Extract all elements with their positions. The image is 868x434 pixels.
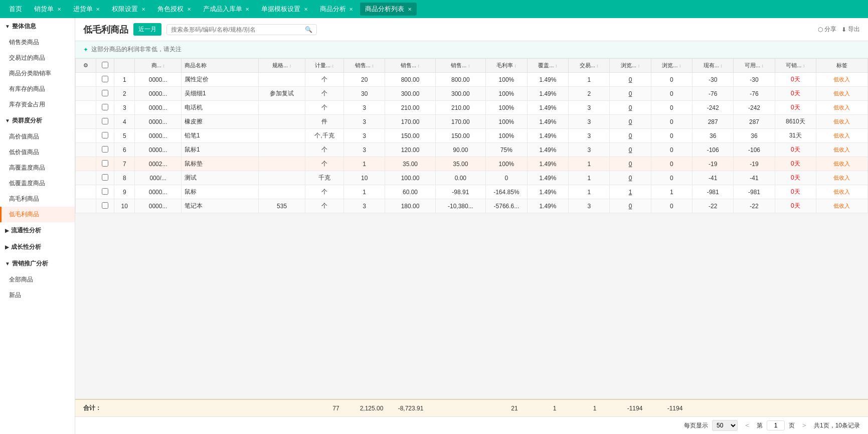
cell-view1-8[interactable]: 1 — [610, 185, 651, 199]
th-sale-price[interactable]: 销售... — [385, 59, 435, 73]
nav-product-in[interactable]: 产成品入库单 ✕ — [198, 3, 255, 16]
cell-check-6[interactable] — [96, 157, 114, 171]
sidebar-item-category-rate[interactable]: 商品分类助销率 — [0, 66, 75, 81]
page-input[interactable] — [767, 420, 785, 430]
cell-view1-7[interactable]: 0 — [610, 171, 651, 185]
row-checkbox-0[interactable] — [102, 76, 108, 82]
row-checkbox-2[interactable] — [102, 104, 108, 110]
period-button[interactable]: 近一月 — [133, 23, 161, 36]
row-checkbox-7[interactable] — [102, 174, 108, 181]
th-coverage[interactable]: 覆盖... — [527, 59, 568, 73]
cell-check-1[interactable] — [96, 87, 114, 101]
next-page-btn[interactable]: ＞ — [799, 420, 810, 431]
nav-close-purchase[interactable]: ✕ — [96, 7, 100, 12]
share-button[interactable]: ⬡ 分享 — [818, 25, 836, 34]
th-name[interactable]: 商品名称 — [181, 59, 258, 73]
per-page-select[interactable]: 50 100 200 — [712, 420, 738, 431]
nav-close-product-analysis[interactable]: ✕ — [349, 7, 353, 12]
cell-gross-6: 100% — [485, 157, 527, 171]
cell-check-4[interactable] — [96, 129, 114, 143]
prev-page-btn[interactable]: ＜ — [742, 420, 753, 431]
sidebar-item-low-value[interactable]: 低价值商品 — [0, 144, 75, 160]
sidebar-item-traded-goods[interactable]: 交易过的商品 — [0, 50, 75, 66]
nav-sales[interactable]: 销货单 ✕ — [29, 3, 66, 16]
sidebar-item-low-profit[interactable]: 低毛利商品 — [0, 207, 75, 222]
th-check[interactable] — [96, 59, 114, 73]
nav-home[interactable]: 首页 — [4, 3, 27, 16]
per-page-label: 每页显示 — [684, 421, 708, 430]
sidebar-item-sales-goods[interactable]: 销售类商品 — [0, 35, 75, 50]
table-container[interactable]: ⚙ 商... 商品名称 规格... 计量... 销售... 销售... 销售..… — [75, 58, 868, 399]
sidebar-item-all-goods[interactable]: 全部商品 — [0, 272, 75, 287]
cell-view1-0[interactable]: 0 — [610, 73, 651, 87]
sidebar-item-stock-goods[interactable]: 有库存的商品 — [0, 81, 75, 97]
th-view1[interactable]: 浏览... — [610, 59, 651, 73]
cell-view1-2[interactable]: 0 — [610, 101, 651, 115]
nav-product-analysis[interactable]: 商品分析 ✕ — [315, 3, 359, 16]
cell-check-8[interactable] — [96, 185, 114, 199]
th-settings[interactable]: ⚙ — [76, 59, 96, 73]
cell-coverage-9: 1.49% — [527, 199, 568, 213]
cell-view1-4[interactable]: 0 — [610, 129, 651, 143]
th-available[interactable]: 可用... — [734, 59, 775, 73]
th-sale-amount[interactable]: 销售... — [435, 59, 485, 73]
row-checkbox-8[interactable] — [102, 188, 108, 195]
sidebar-group-overall[interactable]: ▼ 整体信息 — [0, 18, 75, 35]
sidebar-item-low-coverage[interactable]: 低覆盖度商品 — [0, 176, 75, 191]
th-trade[interactable]: 交易... — [569, 59, 610, 73]
nav-close-product-in[interactable]: ✕ — [245, 7, 249, 12]
cell-check-5[interactable] — [96, 143, 114, 157]
sidebar-group-flow[interactable]: ▶ 流通性分析 — [0, 222, 75, 239]
cell-check-9[interactable] — [96, 199, 114, 213]
nav-purchase[interactable]: 进货单 ✕ — [68, 3, 105, 16]
nav-role[interactable]: 角色授权 ✕ — [152, 3, 196, 16]
th-saleable[interactable]: 可销... — [775, 59, 816, 73]
cell-unit-2: 个 — [305, 101, 343, 115]
cell-check-7[interactable] — [96, 171, 114, 185]
cell-check-3[interactable] — [96, 115, 114, 129]
nav-product-analysis-list[interactable]: 商品分析列表 ✕ — [360, 3, 417, 16]
sidebar-item-high-value[interactable]: 高价值商品 — [0, 129, 75, 144]
cell-check-2[interactable] — [96, 101, 114, 115]
export-button[interactable]: ⬇ 导出 — [841, 25, 860, 34]
th-spec[interactable]: 规格... — [259, 59, 305, 73]
th-sale-qty[interactable]: 销售... — [344, 59, 385, 73]
cell-view1-3[interactable]: 0 — [610, 115, 651, 129]
select-all-checkbox[interactable] — [102, 62, 108, 68]
row-checkbox-3[interactable] — [102, 118, 108, 124]
cell-check-0[interactable] — [96, 73, 114, 87]
th-unit[interactable]: 计量... — [305, 59, 343, 73]
nav-close-template[interactable]: ✕ — [304, 7, 308, 12]
th-gross-rate[interactable]: 毛利率 — [485, 59, 527, 73]
row-checkbox-9[interactable] — [102, 202, 108, 209]
sidebar-group-cluster[interactable]: ▼ 类群度分析 — [0, 112, 75, 129]
search-icon[interactable]: 🔍 — [305, 26, 312, 33]
nav-close-role[interactable]: ✕ — [187, 7, 191, 12]
row-checkbox-5[interactable] — [102, 146, 108, 153]
nav-close-permission[interactable]: ✕ — [141, 7, 145, 12]
th-current[interactable]: 现有... — [692, 59, 734, 73]
nav-template[interactable]: 单据模板设置 ✕ — [256, 3, 313, 16]
sidebar-item-new-goods[interactable]: 新品 — [0, 287, 75, 303]
nav-close-sales[interactable]: ✕ — [57, 7, 61, 12]
sidebar-item-high-coverage[interactable]: 高覆盖度商品 — [0, 160, 75, 176]
sidebar-group-growth[interactable]: ▶ 成长性分析 — [0, 239, 75, 255]
row-checkbox-4[interactable] — [102, 132, 108, 138]
search-input[interactable] — [171, 26, 305, 33]
th-view2[interactable]: 浏览... — [651, 59, 692, 73]
nav-permission[interactable]: 权限设置 ✕ — [107, 3, 150, 16]
cell-view1-1[interactable]: 0 — [610, 87, 651, 101]
sidebar-group-marketing[interactable]: ▼ 营销推广分析 — [0, 255, 75, 272]
cell-view1-6[interactable]: 0 — [610, 157, 651, 171]
sidebar-item-high-profit[interactable]: 高毛利商品 — [0, 191, 75, 207]
cell-trade-7: 1 — [569, 171, 610, 185]
row-checkbox-1[interactable] — [102, 90, 108, 96]
sidebar-item-stock-fund[interactable]: 库存资金占用 — [0, 97, 75, 112]
cell-view1-5[interactable]: 0 — [610, 143, 651, 157]
nav-close-product-analysis-list[interactable]: ✕ — [408, 7, 412, 12]
search-box[interactable]: 🔍 — [166, 24, 317, 35]
cell-view1-9[interactable]: 0 — [610, 199, 651, 213]
row-checkbox-6[interactable] — [102, 160, 108, 167]
th-code[interactable]: 商... — [135, 59, 182, 73]
cell-view2-4: 0 — [651, 129, 692, 143]
